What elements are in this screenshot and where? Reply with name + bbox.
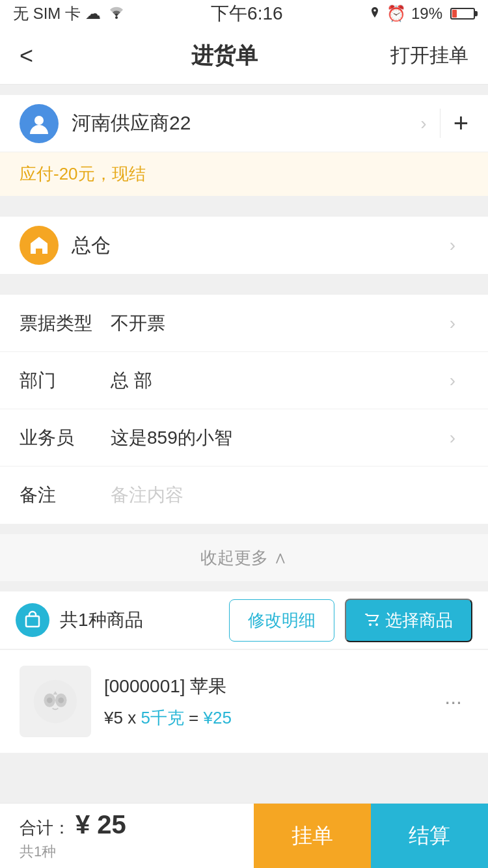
department-value: 总 部 [111, 368, 450, 393]
department-label: 部门 [20, 368, 98, 393]
remark-value: 备注内容 [111, 483, 468, 508]
more-options-button[interactable]: ··· [438, 690, 468, 714]
divider-4 [0, 581, 488, 591]
salesperson-value: 这是859的小智 [111, 426, 450, 450]
shopping-bag-icon [22, 610, 43, 631]
supplier-chevron-icon: › [420, 113, 426, 134]
form-section: 票据类型 不开票 › 部门 总 部 › 业务员 这是859的小智 › 备注 备注… [0, 295, 488, 524]
payment-hint: 应付-20元，现结 [0, 152, 488, 196]
warehouse-name: 总仓 [72, 232, 450, 259]
status-right: ⏰ 19% [368, 5, 475, 23]
edit-detail-button[interactable]: 修改明细 [229, 599, 334, 642]
add-supplier-button[interactable]: + [440, 109, 468, 138]
collapse-button[interactable]: 收起更多 ∧ [0, 534, 488, 581]
quantity-value: 5千克 [141, 708, 183, 727]
invoice-type-label: 票据类型 [20, 311, 98, 336]
supplier-section: 河南供应商22 › + 应付-20元，现结 [0, 95, 488, 196]
svg-point-4 [375, 623, 378, 626]
status-left: 无 SIM 卡 ☁ [13, 3, 126, 24]
warehouse-row[interactable]: 总仓 › [0, 217, 488, 274]
products-header: 共1种商品 修改明细 选择商品 [0, 591, 488, 649]
checkout-label: 结算 [409, 822, 450, 850]
price-unit: ¥5 [104, 708, 123, 727]
total-price: ¥25 [204, 708, 232, 727]
svg-point-5 [34, 680, 77, 724]
owl-logo-icon [33, 679, 78, 724]
wifi-icon [107, 5, 126, 23]
battery-percent: 19% [411, 5, 442, 23]
person-icon [27, 112, 51, 135]
hold-label: 挂单 [291, 822, 333, 850]
svg-point-3 [369, 623, 372, 626]
svg-point-9 [58, 698, 64, 703]
checkout-button[interactable]: 结算 [371, 804, 488, 868]
alarm-icon: ⏰ [386, 5, 406, 23]
svg-point-0 [115, 16, 118, 19]
warehouse-chevron-icon: › [450, 235, 455, 256]
product-item: [0000001] 苹果 ¥5 x 5千克 = ¥25 ··· [0, 650, 488, 753]
total-label: 合计： ¥ 25 [20, 810, 234, 839]
hold-button[interactable]: 挂单 [254, 804, 371, 868]
department-row[interactable]: 部门 总 部 › [0, 352, 488, 409]
select-product-button[interactable]: 选择商品 [345, 599, 472, 642]
supplier-row[interactable]: 河南供应商22 › + [0, 95, 488, 152]
warehouse-icon [20, 226, 59, 265]
invoice-type-value: 不开票 [111, 311, 450, 336]
svg-point-8 [47, 698, 53, 703]
product-count-label: 共1种商品 [60, 608, 219, 632]
salesperson-row[interactable]: 业务员 这是859的小智 › [0, 409, 488, 467]
battery-icon [450, 8, 475, 20]
equals-sign: = [189, 708, 203, 727]
select-product-label: 选择商品 [385, 609, 453, 632]
product-count-icon [16, 603, 49, 637]
remark-label: 备注 [20, 483, 98, 508]
status-bar: 无 SIM 卡 ☁ 下午6:16 ⏰ 19% [0, 0, 488, 27]
product-info: [0000001] 苹果 ¥5 x 5千克 = ¥25 [104, 674, 425, 729]
product-price: ¥5 x 5千克 = ¥25 [104, 707, 425, 729]
sim-label: 无 SIM 卡 ☁ [13, 3, 101, 24]
open-hold-button[interactable]: 打开挂单 [390, 42, 468, 69]
department-chevron-icon: › [450, 370, 455, 391]
svg-rect-2 [26, 616, 39, 627]
invoice-type-row[interactable]: 票据类型 不开票 › [0, 295, 488, 352]
total-section: 合计： ¥ 25 共1种 [0, 804, 254, 868]
location-icon [368, 5, 381, 23]
remark-row[interactable]: 备注 备注内容 [0, 467, 488, 524]
cart-icon [364, 612, 380, 628]
salesperson-chevron-icon: › [450, 427, 455, 448]
divider-2 [0, 206, 488, 217]
back-button[interactable]: < [20, 42, 59, 70]
divider-3 [0, 284, 488, 295]
page-title: 进货单 [191, 41, 258, 71]
invoice-type-chevron-icon: › [450, 313, 455, 334]
total-count: 共1种 [20, 842, 234, 861]
warehouse-section: 总仓 › [0, 217, 488, 274]
bottom-bar: 合计： ¥ 25 共1种 挂单 结算 [0, 803, 488, 868]
svg-point-1 [34, 116, 44, 125]
total-amount: ¥ 25 [75, 810, 126, 839]
supplier-avatar [20, 104, 59, 143]
price-separator: x [128, 708, 141, 727]
divider-1 [0, 85, 488, 95]
status-time: 下午6:16 [211, 1, 283, 26]
supplier-name: 河南供应商22 [72, 110, 420, 137]
product-thumbnail [20, 666, 91, 737]
collapse-label: 收起更多 ∧ [200, 547, 287, 569]
product-name: [0000001] 苹果 [104, 674, 425, 699]
salesperson-label: 业务员 [20, 426, 98, 450]
home-icon [28, 234, 50, 256]
nav-bar: < 进货单 打开挂单 [0, 27, 488, 85]
total-text: 合计： [20, 817, 70, 839]
